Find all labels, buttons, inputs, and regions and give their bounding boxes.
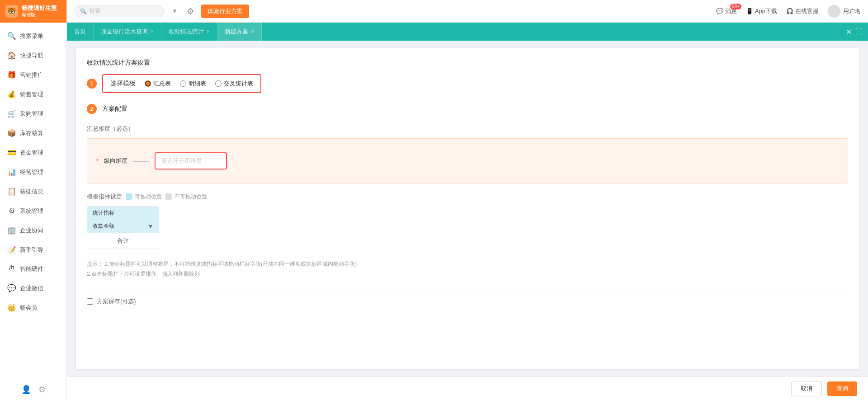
sidebar-item-finance[interactable]: 💳 资金管理 <box>0 143 66 162</box>
tab-new-plan[interactable]: 新建方案 × <box>217 23 262 41</box>
sidebar-item-operation[interactable]: 📊 经营管理 <box>0 162 66 182</box>
drag-hint-fixed: 不可拖动位置 <box>165 193 207 201</box>
sidebar-bottom-icon1[interactable]: 👤 <box>21 385 31 395</box>
sidebar-item-marketing[interactable]: 🎁 营销推广 <box>0 65 66 85</box>
dimension-select[interactable]: 请选择分组维度 <box>155 152 227 169</box>
sidebar-item-label: 畅会员 <box>20 304 38 312</box>
step1-box: 选择模板 汇总表 明细表 交叉统计表 <box>102 74 261 93</box>
tab-bank-label: 现金银行流水查询 <box>101 28 148 36</box>
tip-item-1: 提示： 1.拖动标题栏可以调整布局，不可跨维度或指标区域拖动栏目字段(只能在同一… <box>87 259 848 269</box>
tab-receipts[interactable]: 收款情况统计 × <box>161 23 217 41</box>
service-label: 在线客服 <box>795 7 819 15</box>
sidebar-item-enterprise[interactable]: 🏢 企业协同 <box>0 221 66 240</box>
radio-summary-input[interactable] <box>145 80 151 87</box>
tab-receipts-label: 收款情况统计 <box>169 28 204 36</box>
metrics-total-cell: 合计 <box>87 233 159 249</box>
message-icon: 💬 <box>716 8 723 14</box>
header-right: 💬 消息 99+ 📱 App下载 🎧 在线客服 用户名 <box>716 5 861 18</box>
radio-detail[interactable]: 明细表 <box>180 80 206 88</box>
step2-label: 方案配置 <box>102 105 127 113</box>
service-icon: 🎧 <box>786 8 793 14</box>
download-link[interactable]: 📱 App下载 <box>746 7 777 15</box>
sidebar-item-member[interactable]: 👑 畅会员 <box>0 298 66 317</box>
page-content: 收款情况统计方案设置 1 选择模板 汇总表 明细表 <box>67 41 868 376</box>
tab-home[interactable]: 首页 <box>67 23 94 41</box>
metrics-category-row: 统计指标 <box>87 207 159 220</box>
sidebar-item-wechat[interactable]: 💬 企业微信 <box>0 278 66 298</box>
sidebar-item-label: 企业协同 <box>20 226 43 235</box>
dimension-title: 汇总维度（必选） <box>87 125 848 133</box>
radio-cross-input[interactable] <box>215 80 222 87</box>
sidebar-item-sales[interactable]: 💰 销售管理 <box>0 85 66 104</box>
user-menu[interactable]: 用户名 <box>828 5 861 18</box>
tab-bank-close-icon[interactable]: × <box>151 28 154 35</box>
fixed-indicator <box>165 193 172 200</box>
dropdown-chevron-icon: ▼ <box>172 8 178 14</box>
sidebar-item-newbie[interactable]: 📝 新手引导 <box>0 240 66 259</box>
service-link[interactable]: 🎧 在线客服 <box>786 7 819 15</box>
dimension-select-placeholder: 请选择分组维度 <box>161 157 202 165</box>
download-label: App下载 <box>755 7 777 15</box>
sidebar-item-basic[interactable]: 📋 基础信息 <box>0 182 66 201</box>
tab-new-plan-label: 新建方案 <box>225 28 248 36</box>
logo-text: 畅捷通好生意 <box>22 5 57 12</box>
save-checkbox[interactable] <box>87 298 93 305</box>
settings-icon[interactable]: ⚙ <box>187 6 194 16</box>
tab-home-label: 首页 <box>74 28 86 36</box>
tab-expand-icon[interactable]: ⛶ <box>855 28 863 36</box>
metrics-category-label: 统计指标 <box>93 209 114 217</box>
sidebar-item-label: 新手引导 <box>20 246 43 254</box>
dimension-area: * 纵向维度 —— 请选择分组维度 <box>87 138 848 184</box>
chat-icon: 💬 <box>7 284 16 292</box>
tab-new-plan-close-icon[interactable]: × <box>251 28 254 35</box>
save-row: 方案保存(可选) <box>87 297 848 306</box>
tab-bank[interactable]: 现金银行流水查询 × <box>94 23 161 41</box>
sidebar-item-system[interactable]: ⚙ 系统管理 <box>0 201 66 221</box>
sidebar-item-purchase[interactable]: 🛒 采购管理 <box>0 104 66 123</box>
section-divider <box>87 288 848 288</box>
sidebar-item-label: 搜索菜单 <box>20 32 43 40</box>
trial-button[interactable]: 体验行业方案 <box>201 5 249 18</box>
metrics-column-label: 收款金额 <box>93 222 114 230</box>
drag-hint-draggable-label: 可拖动位置 <box>135 193 162 201</box>
sidebar-item-quick-nav[interactable]: 🏠 快捷导航 <box>0 46 66 65</box>
bag-icon: 🛒 <box>7 109 16 118</box>
sidebar-item-label: 基础信息 <box>20 188 43 196</box>
dimension-title-text: 汇总维度（必选） <box>87 125 134 132</box>
user-name: 用户名 <box>843 7 861 15</box>
cancel-button[interactable]: 取消 <box>791 381 822 396</box>
header: 🔍 搜索 ▼ ⚙ 体验行业方案 💬 消息 99+ 📱 App下载 🎧 在线客服 <box>67 0 868 23</box>
drag-hint-draggable: 可拖动位置 <box>126 193 162 201</box>
sidebar-item-search[interactable]: 🔍 搜索菜单 <box>0 26 66 46</box>
query-button[interactable]: 查询 <box>827 381 857 396</box>
sidebar-bottom-icon2[interactable]: ⚙ <box>38 385 46 395</box>
template-radio-group: 汇总表 明细表 交叉统计表 <box>145 80 253 88</box>
header-search[interactable]: 🔍 搜索 <box>74 5 165 17</box>
tip-text-2: 2.点击标题栏下拉可设置排序、插入列和删除列 <box>87 269 200 279</box>
radio-detail-input[interactable] <box>180 80 186 87</box>
radio-cross[interactable]: 交叉统计表 <box>215 80 253 88</box>
sidebar-item-inventory[interactable]: 📦 库存核算 <box>0 123 66 143</box>
tabs-actions: ✕ ⛶ <box>840 23 868 41</box>
main-content: 🔍 搜索 ▼ ⚙ 体验行业方案 💬 消息 99+ 📱 App下载 🎧 在线客服 <box>67 0 868 400</box>
tab-close-all-icon[interactable]: ✕ <box>846 28 852 36</box>
sidebar-item-smart-hw[interactable]: ⏱ 智能硬件 <box>0 259 66 278</box>
step1-row: 1 选择模板 汇总表 明细表 交叉统 <box>87 74 848 93</box>
message-badge[interactable]: 💬 消息 99+ <box>716 7 737 15</box>
tab-receipts-close-icon[interactable]: × <box>207 28 210 35</box>
metrics-title: 模板指标设定 <box>87 193 122 201</box>
dim-field-label: 纵向维度 <box>104 157 127 165</box>
edition-label: 标准版 <box>22 12 57 18</box>
radio-summary[interactable]: 汇总表 <box>145 80 171 88</box>
sidebar-bottom: 👤 ⚙ <box>0 379 66 400</box>
gear-icon: ⚙ <box>7 207 16 215</box>
tip-text-1: 提示： 1.拖动标题栏可以调整布局，不可跨维度或指标区域拖动栏目字段(只能在同一… <box>87 259 357 269</box>
dim-arrow: —— <box>133 156 149 166</box>
step2-header: 2 方案配置 <box>87 104 848 114</box>
tab-bar: 首页 现金银行流水查询 × 收款情况统计 × 新建方案 × ✕ ⛶ <box>67 23 868 41</box>
message-count: 99+ <box>730 4 741 9</box>
header-dropdown[interactable]: ▼ <box>172 8 178 14</box>
sidebar-item-label: 采购管理 <box>20 110 43 118</box>
metrics-column-row[interactable]: 收款金额 ▼ <box>87 220 159 233</box>
sidebar-item-label: 经营管理 <box>20 168 43 176</box>
